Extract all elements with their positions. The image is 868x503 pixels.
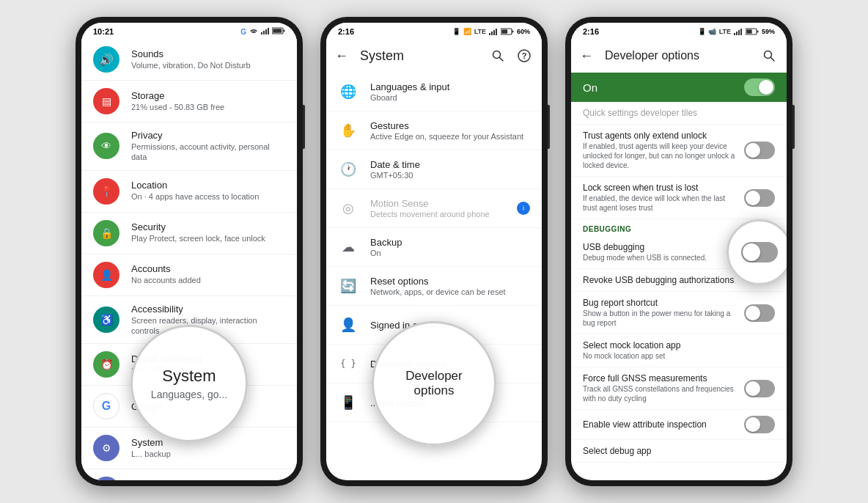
developer-icon: { }	[338, 353, 358, 374]
bug-report-toggle[interactable]	[744, 304, 775, 322]
phone-1-time: 10:21	[93, 27, 114, 36]
developer-options-on-bar: On	[571, 73, 787, 102]
svg-rect-2	[265, 29, 267, 34]
svg-rect-23	[757, 31, 758, 33]
dev-item-bug-report[interactable]: Bug report shortcut Show a button in the…	[571, 292, 787, 334]
storage-icon: ▤	[93, 88, 119, 114]
magnifier-subtitle-1: Languages, go...	[151, 389, 227, 400]
digital-wellbeing-icon: ⏰	[93, 351, 119, 378]
phone-3-battery	[746, 28, 759, 35]
menu-item-languages[interactable]: 🌐 Languages & input Gboard	[326, 73, 542, 111]
accessibility-title: Accessibility	[131, 304, 285, 315]
phone-3-time: 2:16	[583, 27, 599, 36]
svg-rect-19	[736, 32, 738, 35]
security-icon: 🔒	[93, 220, 119, 246]
settings-item-storage[interactable]: ▤ Storage 21% used - 50.83 GB free	[81, 81, 297, 122]
phone-3: 2:16 📱 📹 LTE 59% ← Developer options On	[565, 17, 792, 486]
dev-item-mock-location[interactable]: Select mock location app No mock locatio…	[571, 334, 787, 367]
trust-agents-subtitle: If enabled, trust agents will keep your …	[583, 142, 735, 170]
settings-item-privacy[interactable]: 👁 Privacy Permissions, account activity,…	[81, 122, 297, 171]
magnifier-title-1: System	[162, 367, 216, 386]
dev-item-view-attr[interactable]: Enable view attribute inspection	[571, 410, 787, 440]
svg-rect-6	[273, 29, 282, 33]
gnss-title: Force full GNSS measurements	[583, 373, 735, 383]
svg-rect-5	[284, 30, 285, 32]
phone-1-signal	[261, 27, 270, 36]
phone-2-help-button[interactable]: ?	[515, 47, 533, 65]
sounds-subtitle: Volume, vibration, Do Not Disturb	[131, 60, 285, 70]
dev-options-list: Quick settings developer tiles Trust age…	[571, 102, 787, 480]
sounds-icon: 🔊	[93, 46, 119, 73]
phone-3-status-bar: 2:16 📱 📹 LTE 59%	[571, 23, 787, 39]
settings-item-accounts[interactable]: 👤 Accounts No accounts added	[81, 254, 297, 296]
menu-item-reset[interactable]: 🔄 Reset options Network, apps, or device…	[326, 267, 542, 306]
mock-location-subtitle: No mock location app set	[583, 351, 766, 361]
system-subtitle: L... backup	[131, 449, 285, 459]
about-title: About phone	[131, 479, 285, 480]
svg-rect-0	[261, 32, 262, 34]
datetime-subtitle: GMT+05:30	[370, 171, 530, 180]
phone-2-back-button[interactable]: ←	[335, 48, 348, 64]
usb-debugging-magnifier	[727, 219, 787, 285]
phone-1-status-bar: 10:21 G	[81, 23, 297, 39]
about-icon: 📱	[93, 477, 119, 480]
p3-icons: 📱 📹	[698, 28, 716, 35]
dev-item-lock-screen-trust[interactable]: Lock screen when trust is lost If enable…	[571, 177, 787, 219]
svg-rect-3	[268, 28, 269, 34]
phone-2-time: 2:16	[338, 27, 354, 36]
menu-item-motion[interactable]: ◎ Motion Sense Detects movement around p…	[326, 189, 542, 228]
svg-rect-8	[491, 32, 493, 35]
dev-item-usb-debugging[interactable]: USB debugging Debug mode when USB is con…	[571, 236, 787, 269]
settings-item-security[interactable]: 🔒 Security Play Protect, screen lock, fa…	[81, 213, 297, 254]
svg-rect-24	[746, 29, 751, 34]
svg-rect-7	[489, 33, 490, 35]
security-title: Security	[131, 221, 285, 232]
settings-item-location[interactable]: 📍 Location On · 4 apps have access to lo…	[81, 171, 297, 213]
menu-item-datetime[interactable]: 🕐 Date & time GMT+05:30	[326, 150, 542, 189]
backup-title: Backup	[370, 237, 530, 248]
phone-3-search-button[interactable]	[760, 47, 778, 65]
magnifier-circle-1: System Languages, go...	[130, 325, 248, 442]
dev-item-gnss[interactable]: Force full GNSS measurements Track all G…	[571, 367, 787, 410]
phone-1-wifi-icon	[249, 27, 259, 36]
phone-1: 10:21 G 🔊 Sounds Volume	[76, 17, 303, 486]
google-icon: G	[93, 393, 119, 419]
settings-item-about[interactable]: 📱 About phone Pixel 4 XL	[81, 469, 297, 480]
bug-report-title: Bug report shortcut	[583, 298, 735, 308]
trust-agents-toggle[interactable]	[744, 142, 775, 159]
motion-badge: i	[517, 202, 530, 215]
quick-settings-title: Quick settings developer tiles	[583, 108, 766, 118]
dev-item-trust-agents[interactable]: Trust agents only extend unlock If enabl…	[571, 125, 787, 177]
svg-text:?: ?	[522, 51, 527, 60]
trust-agents-title: Trust agents only extend unlock	[583, 131, 735, 141]
menu-item-gestures[interactable]: ✋ Gestures Active Edge on, squeeze for y…	[326, 111, 542, 150]
lock-screen-trust-toggle[interactable]	[744, 189, 775, 207]
phone-3-battery-pct: 59%	[762, 28, 775, 35]
phone-2-status-bar: 2:16 📱 📶 LTE 60%	[326, 23, 542, 39]
view-attr-toggle[interactable]	[744, 416, 775, 433]
dev-item-debug-app[interactable]: Select debug app	[571, 440, 787, 463]
phone-2-app-bar: ← System ?	[326, 39, 542, 73]
motion-subtitle: Detects movement around phone	[370, 210, 505, 219]
system-icon: ⚙	[93, 435, 119, 461]
settings-item-sounds[interactable]: 🔊 Sounds Volume, vibration, Do Not Distu…	[81, 39, 297, 81]
menu-item-backup[interactable]: ☁ Backup On	[326, 228, 542, 267]
developer-options-toggle[interactable]	[744, 78, 775, 96]
storage-subtitle: 21% used - 50.83 GB free	[131, 102, 285, 112]
motion-icon: ◎	[338, 198, 358, 219]
phone-3-back-button[interactable]: ←	[580, 48, 593, 64]
backup-icon: ☁	[338, 237, 358, 257]
mock-location-title: Select mock location app	[583, 340, 766, 350]
users-icon: 👤	[338, 315, 358, 335]
phone-2-lte: LTE	[474, 28, 486, 35]
usb-toggle-magnified	[741, 242, 778, 262]
motion-title: Motion Sense	[370, 198, 505, 209]
dev-item-quick-settings[interactable]: Quick settings developer tiles	[571, 102, 787, 125]
phone-2-search-button[interactable]	[489, 47, 507, 65]
svg-line-15	[500, 58, 504, 62]
sounds-title: Sounds	[131, 48, 285, 59]
phone-3-title: Developer options	[605, 49, 749, 62]
gnss-toggle[interactable]	[744, 380, 775, 397]
svg-rect-21	[740, 29, 742, 35]
accounts-subtitle: No accounts added	[131, 275, 285, 285]
